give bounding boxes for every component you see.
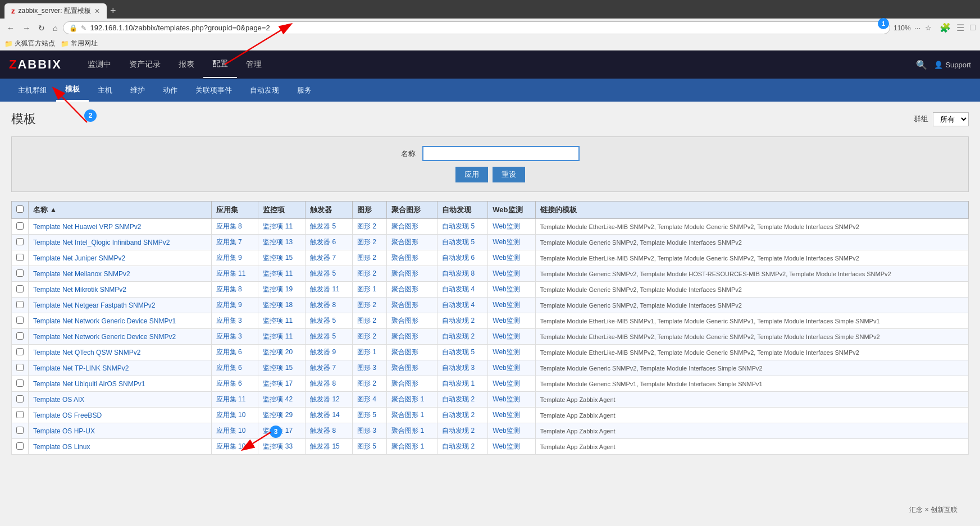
items-link-13[interactable]: 监控项 17: [263, 427, 293, 434]
screens-link-3[interactable]: 聚合图形: [391, 269, 418, 277]
subnav-services[interactable]: 服务: [288, 80, 321, 101]
apply-button[interactable]: 应用: [455, 167, 488, 182]
row-checkbox-7[interactable]: [16, 332, 24, 340]
graphs-link-14[interactable]: 图形 5: [357, 442, 376, 450]
template-link-1[interactable]: Template Net Intel_Qlogic Infiniband SNM…: [33, 239, 170, 246]
row-checkbox-3[interactable]: [16, 269, 24, 277]
web-link-0[interactable]: Web监测: [493, 222, 519, 230]
web-link-5[interactable]: Web监测: [493, 301, 519, 309]
header-name[interactable]: 名称 ▲: [29, 202, 212, 219]
row-checkbox-1[interactable]: [16, 238, 24, 245]
subnav-actions[interactable]: 动作: [154, 80, 186, 101]
reset-button[interactable]: 重设: [493, 167, 525, 182]
row-check-1[interactable]: [12, 235, 29, 250]
template-link-10[interactable]: Template Net Ubiquiti AirOS SNMPv1: [33, 380, 145, 388]
template-link-9[interactable]: Template Net TP-LINK SNMPv2: [33, 364, 129, 372]
graphs-link-2[interactable]: 图形 2: [357, 254, 376, 262]
items-link-5[interactable]: 监控项 18: [263, 301, 293, 309]
graphs-link-9[interactable]: 图形 3: [357, 364, 376, 372]
triggers-link-5[interactable]: 触发器 8: [310, 301, 336, 309]
discovery-link-0[interactable]: 自动发现 5: [442, 222, 475, 230]
nav-assets[interactable]: 资产记录: [120, 52, 170, 77]
discovery-link-12[interactable]: 自动发现 2: [442, 411, 475, 419]
filter-name-input[interactable]: [422, 146, 580, 161]
items-link-10[interactable]: 监控项 17: [263, 379, 293, 387]
apps-link-6[interactable]: 应用集 3: [216, 317, 242, 324]
web-link-12[interactable]: Web监测: [493, 411, 519, 419]
nav-admin[interactable]: 管理: [237, 52, 271, 77]
triggers-link-7[interactable]: 触发器 5: [310, 332, 336, 340]
triggers-link-0[interactable]: 触发器 5: [310, 222, 336, 230]
items-link-4[interactable]: 监控项 19: [263, 285, 293, 293]
triggers-link-2[interactable]: 触发器 7: [310, 254, 336, 262]
apps-link-0[interactable]: 应用集 8: [216, 222, 242, 230]
apps-link-14[interactable]: 应用集 10: [216, 442, 246, 450]
header-search-icon[interactable]: 🔍: [916, 60, 927, 70]
triggers-link-6[interactable]: 触发器 5: [310, 317, 336, 324]
items-link-2[interactable]: 监控项 15: [263, 254, 293, 262]
triggers-link-9[interactable]: 触发器 7: [310, 364, 336, 372]
screens-link-6[interactable]: 聚合图形: [391, 317, 418, 324]
discovery-link-7[interactable]: 自动发现 2: [442, 332, 475, 340]
discovery-link-1[interactable]: 自动发现 5: [442, 238, 475, 246]
row-checkbox-8[interactable]: [16, 348, 24, 355]
web-link-14[interactable]: Web监测: [493, 442, 519, 450]
row-checkbox-4[interactable]: [16, 285, 24, 292]
subnav-event-correlation[interactable]: 关联项事件: [186, 80, 241, 101]
support-link[interactable]: 👤 Support: [934, 61, 971, 69]
screens-link-0[interactable]: 聚合图形: [391, 222, 418, 230]
apps-link-8[interactable]: 应用集 6: [216, 348, 242, 356]
row-check-8[interactable]: [12, 345, 29, 360]
web-link-7[interactable]: Web监测: [493, 332, 519, 340]
graphs-link-11[interactable]: 图形 4: [357, 395, 376, 403]
subnav-discovery[interactable]: 自动发现: [241, 80, 288, 101]
graphs-link-7[interactable]: 图形 2: [357, 332, 376, 340]
template-link-5[interactable]: Template Net Netgear Fastpath SNMPv2: [33, 301, 155, 309]
template-link-12[interactable]: Template OS FreeBSD: [33, 411, 102, 419]
graphs-link-0[interactable]: 图形 2: [357, 222, 376, 230]
row-check-9[interactable]: [12, 360, 29, 376]
triggers-link-11[interactable]: 触发器 12: [310, 395, 340, 403]
items-link-6[interactable]: 监控项 11: [263, 317, 293, 324]
group-select[interactable]: 所有: [933, 112, 969, 126]
screens-link-1[interactable]: 聚合图形: [391, 238, 418, 246]
triggers-link-3[interactable]: 触发器 5: [310, 269, 336, 277]
subnav-templates[interactable]: 模板: [56, 79, 89, 102]
template-link-0[interactable]: Template Net Huawei VRP SNMPv2: [33, 223, 142, 231]
template-link-4[interactable]: Template Net Mikrotik SNMPv2: [33, 286, 126, 294]
apps-link-12[interactable]: 应用集 10: [216, 411, 246, 419]
screens-link-7[interactable]: 聚合图形: [391, 332, 418, 340]
apps-link-7[interactable]: 应用集 3: [216, 332, 242, 340]
graphs-link-13[interactable]: 图形 3: [357, 427, 376, 434]
subnav-host-groups[interactable]: 主机群组: [9, 80, 56, 101]
web-link-9[interactable]: Web监测: [493, 364, 519, 372]
profile-icon[interactable]: ☰: [956, 22, 964, 33]
screens-link-8[interactable]: 聚合图形: [391, 348, 418, 356]
items-link-3[interactable]: 监控项 11: [263, 269, 293, 277]
apps-link-5[interactable]: 应用集 9: [216, 301, 242, 309]
screens-link-10[interactable]: 聚合图形: [391, 379, 418, 387]
home-button[interactable]: ⌂: [51, 22, 60, 34]
row-check-13[interactable]: [12, 423, 29, 439]
screens-link-9[interactable]: 聚合图形: [391, 364, 418, 372]
template-link-11[interactable]: Template OS AIX: [33, 396, 84, 404]
graphs-link-12[interactable]: 图形 5: [357, 411, 376, 419]
discovery-link-10[interactable]: 自动发现 1: [442, 379, 475, 387]
row-check-4[interactable]: [12, 282, 29, 298]
apps-link-13[interactable]: 应用集 10: [216, 427, 246, 434]
triggers-link-13[interactable]: 触发器 8: [310, 427, 336, 434]
items-link-0[interactable]: 监控项 11: [263, 222, 293, 230]
items-link-12[interactable]: 监控项 29: [263, 411, 293, 419]
screens-link-2[interactable]: 聚合图形: [391, 254, 418, 262]
apps-link-3[interactable]: 应用集 11: [216, 269, 246, 277]
row-checkbox-11[interactable]: [16, 395, 24, 402]
template-link-13[interactable]: Template OS HP-UX: [33, 427, 95, 435]
row-checkbox-9[interactable]: [16, 364, 24, 371]
bookmark-firefox[interactable]: 📁 火狐官方站点: [4, 39, 55, 48]
template-link-14[interactable]: Template OS Linux: [33, 443, 90, 451]
row-checkbox-0[interactable]: [16, 222, 24, 230]
triggers-link-10[interactable]: 触发器 8: [310, 379, 336, 387]
triggers-link-12[interactable]: 触发器 14: [310, 411, 340, 419]
row-check-0[interactable]: [12, 219, 29, 235]
triggers-link-4[interactable]: 触发器 11: [310, 285, 340, 293]
